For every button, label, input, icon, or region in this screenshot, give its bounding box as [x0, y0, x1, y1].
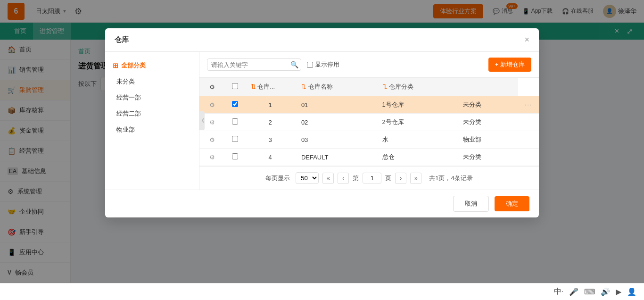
row-gear-icon: ⚙ [209, 101, 215, 108]
row-code: 03 [296, 131, 377, 149]
tree-item-ops1[interactable]: 经营一部 [105, 90, 199, 106]
page-next-btn[interactable]: › [395, 173, 406, 184]
tree-item-ops2[interactable]: 经营二部 [105, 106, 199, 122]
status-icon-1[interactable]: 中· [554, 287, 563, 297]
status-icon-keyboard[interactable]: ⌨ [584, 287, 595, 296]
tree-collapse-btn[interactable]: 《 [199, 111, 205, 130]
search-bar: 🔍 显示停用 + 新增仓库 [199, 52, 539, 78]
row-name: 2号仓库 [377, 114, 458, 131]
search-icon[interactable]: 🔍 [290, 61, 298, 68]
row-checkbox[interactable] [232, 136, 238, 142]
confirm-btn[interactable]: 确定 [495, 196, 529, 211]
col-header-category[interactable]: ⇅ 仓库分类 [377, 78, 458, 96]
warehouse-table: ⚙ ⇅ 仓库... ⇅ [199, 78, 539, 166]
row-gear-cell: ⚙ [199, 131, 225, 149]
row-more-cell[interactable] [518, 131, 539, 149]
modal-title: 仓库 [115, 35, 129, 44]
search-input[interactable] [211, 61, 290, 68]
row-name: 水 [377, 131, 458, 149]
per-page-select[interactable]: 50 [296, 172, 319, 184]
status-icon-mic[interactable]: 🎤 [569, 287, 578, 296]
row-gear-cell: ⚙ [199, 96, 225, 114]
row-checkbox[interactable] [232, 118, 238, 125]
row-category: 未分类 [457, 114, 518, 131]
col-header-code[interactable]: ⇅ 仓库... [245, 78, 296, 96]
row-more-cell[interactable] [518, 149, 539, 166]
row-gear-icon: ⚙ [209, 136, 215, 143]
row-category: 未分类 [457, 149, 518, 166]
row-category: 物业部 [457, 131, 518, 149]
page-label: 第 [353, 174, 359, 183]
sort-icon-cat: ⇅ [382, 83, 388, 90]
page-last-btn[interactable]: » [410, 173, 421, 184]
row-name: 总仓 [377, 149, 458, 166]
row-index: 3 [245, 131, 296, 149]
page-number-input[interactable] [363, 173, 381, 183]
pagination: 每页显示 50 « ‹ 第 页 › » 共1页，4条记录 [199, 166, 539, 190]
sort-icon-name: ⇅ [301, 83, 306, 90]
row-gear-icon: ⚙ [209, 119, 215, 126]
row-code: 01 [296, 96, 377, 114]
modal-footer: 取消 确定 [105, 190, 539, 217]
sort-icon-code: ⇅ [251, 83, 256, 90]
row-code: DEFAULT [296, 149, 377, 166]
select-all-checkbox[interactable] [232, 83, 238, 89]
tree-item-property[interactable]: 物业部 [105, 122, 199, 138]
col-header-more [457, 78, 518, 96]
page-unit: 页 [385, 174, 391, 183]
show-disabled-checkbox[interactable]: 显示停用 [307, 60, 339, 69]
row-category: 未分类 [457, 96, 518, 114]
more-dots-icon[interactable]: ··· [525, 101, 533, 108]
row-gear-icon: ⚙ [209, 154, 215, 161]
col-header-name[interactable]: ⇅ 仓库名称 [296, 78, 377, 96]
row-gear-cell: ⚙ [199, 149, 225, 166]
page-total: 共1页，4条记录 [429, 174, 472, 183]
warehouse-table-wrap: ⚙ ⇅ 仓库... ⇅ [199, 78, 539, 166]
row-check-cell [225, 131, 245, 149]
table-header-row: ⚙ ⇅ 仓库... ⇅ [199, 78, 539, 96]
col-header-check [225, 78, 245, 96]
modal-close-btn[interactable]: × [524, 35, 529, 45]
table-body: ⚙ 1 01 1号仓库 未分类 ··· ⚙ 2 02 2号仓库 未分类 ⚙ [199, 96, 539, 166]
show-disabled-check[interactable] [307, 62, 313, 68]
row-checkbox[interactable] [232, 153, 238, 159]
gear-col-icon: ⚙ [209, 83, 215, 91]
row-check-cell [225, 114, 245, 131]
table-row[interactable]: ⚙ 1 01 1号仓库 未分类 ··· [199, 96, 539, 114]
col-header-gear: ⚙ [199, 78, 225, 96]
table-row[interactable]: ⚙ 3 03 水 物业部 [199, 131, 539, 149]
row-more-cell[interactable] [518, 114, 539, 131]
row-index: 1 [245, 96, 296, 114]
table-row[interactable]: ⚙ 2 02 2号仓库 未分类 [199, 114, 539, 131]
cancel-btn[interactable]: 取消 [453, 196, 489, 212]
status-icon-speaker[interactable]: 🔊 [601, 287, 610, 296]
row-index: 2 [245, 114, 296, 131]
page-first-btn[interactable]: « [322, 173, 334, 184]
row-check-cell [225, 149, 245, 166]
status-icon-user[interactable]: 👤 [627, 287, 636, 296]
row-code: 02 [296, 114, 377, 131]
row-more-cell[interactable]: ··· [518, 96, 539, 114]
search-input-wrap: 🔍 [207, 58, 301, 71]
row-check-cell [225, 96, 245, 114]
row-index: 4 [245, 149, 296, 166]
table-row[interactable]: ⚙ 4 DEFAULT 总仓 未分类 [199, 149, 539, 166]
per-page-label: 每页显示 [265, 174, 290, 183]
tree-header-all[interactable]: ⊞ 全部分类 [105, 58, 199, 74]
modal-header: 仓库 × [105, 28, 539, 52]
row-name: 1号仓库 [377, 96, 458, 114]
row-checkbox[interactable] [232, 101, 238, 107]
add-warehouse-btn[interactable]: + 新增仓库 [488, 58, 531, 72]
grid-icon: ⊞ [113, 62, 118, 69]
modal-body: ⊞ 全部分类 未分类 经营一部 经营二部 物业部 《 [105, 52, 539, 190]
category-tree-panel: ⊞ 全部分类 未分类 经营一部 经营二部 物业部 《 [105, 52, 199, 190]
warehouse-modal: 仓库 × ⊞ 全部分类 未分类 经营一部 经营二部 [105, 28, 539, 217]
tree-item-uncategorized[interactable]: 未分类 [105, 74, 199, 90]
modal-backdrop: 仓库 × ⊞ 全部分类 未分类 经营一部 经营二部 [0, 0, 644, 300]
right-panel: 🔍 显示停用 + 新增仓库 ⚙ [199, 52, 539, 190]
status-icon-play[interactable]: ▶ [616, 287, 621, 296]
statusbar: 中· 🎤 ⌨ 🔊 ▶ 👤 [0, 283, 644, 300]
page-prev-btn[interactable]: ‹ [338, 173, 349, 184]
